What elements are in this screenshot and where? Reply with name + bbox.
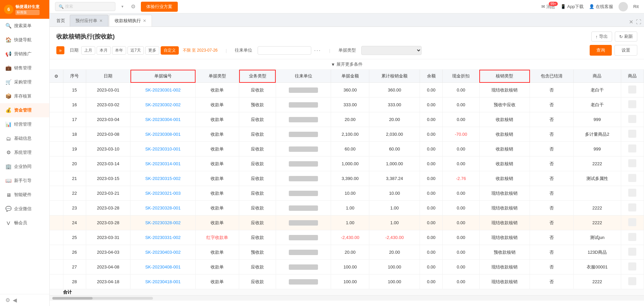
doc-no-link[interactable]: SK-20230301-002 [145, 87, 181, 93]
doc-no-link[interactable]: SK-20230314-001 [145, 161, 181, 166]
td-doc-no[interactable]: SK-20230408-001 [130, 260, 196, 274]
this-month-btn[interactable]: 本月 [97, 46, 111, 55]
td-goods2 [621, 201, 644, 216]
counterpart-input[interactable] [258, 46, 311, 55]
td-doc-no[interactable]: SK-20230328-002 [130, 216, 196, 230]
export-button[interactable]: ↑ 导出 [591, 32, 612, 42]
topbar-gear-icon[interactable]: ⚙ [131, 3, 136, 10]
td-doc-no[interactable]: SK-20230308-001 [130, 127, 196, 142]
th-amount: 单据金额 [331, 70, 369, 83]
horizontal-scrollbar[interactable] [52, 297, 153, 300]
sidebar-item-sales[interactable]: 💼 销售管理 [0, 61, 49, 75]
td-date: 2023-04-18 [86, 274, 130, 289]
user-avatar[interactable] [619, 2, 628, 11]
td-doc-no[interactable]: SK-20230328-001 [130, 201, 196, 216]
sidebar-item-marketing[interactable]: 📢 营销推广 [0, 47, 49, 61]
app-download-button[interactable]: 📱 App下载 [560, 4, 584, 10]
sidebar-item-member[interactable]: V 畅会员 [0, 216, 49, 230]
doc-no-link[interactable]: SK-20230302-002 [145, 102, 181, 107]
tab-home[interactable]: 首页 [52, 15, 69, 26]
td-doc-no[interactable]: SK-20230321-003 [130, 186, 196, 201]
refresh-button[interactable]: ↻ 刷新 [615, 32, 637, 42]
doc-no-link[interactable]: SK-20230331-002 [145, 235, 181, 240]
td-doc-no[interactable]: SK-20230304-001 [130, 112, 196, 127]
sidebar-item-label: 新手引导 [14, 178, 32, 184]
td-doc-no[interactable]: SK-20230418-001 [130, 274, 196, 289]
system-icon: ⚙ [5, 149, 11, 156]
settings-bottom-icon[interactable]: ⚙ [5, 297, 10, 303]
sidebar-item-corp[interactable]: 🏢 企业协同 [0, 160, 49, 174]
prepay-tab-close[interactable]: ✕ [99, 18, 103, 23]
this-year-btn[interactable]: 本年 [112, 46, 126, 55]
scrollbar-thumb[interactable] [52, 297, 93, 300]
table-scrollbar-area[interactable] [50, 295, 644, 301]
topbar-search-box[interactable]: 🔍 搜索 [55, 2, 115, 11]
td-doc-no[interactable]: SK-20230302-002 [130, 98, 196, 112]
sales-icon: 💼 [5, 65, 11, 71]
td-doc-no[interactable]: SK-20230301-002 [130, 83, 196, 98]
dots-icon[interactable]: ··· [314, 47, 321, 54]
last-7days-btn[interactable]: 近7天 [127, 46, 144, 55]
setting-button[interactable]: 设置 [614, 45, 637, 56]
sidebar-item-shortcut[interactable]: 🏠 快捷导航 [0, 33, 49, 47]
sidebar-item-basic[interactable]: 🗂 基础信息 [0, 131, 49, 145]
doc-no-link[interactable]: SK-20230418-001 [145, 279, 181, 284]
table-container[interactable]: ⚙ 序号 日期 单据编号 单据类型 业务类型 往来单位 单据金额 累计核销金额 … [50, 70, 644, 306]
td-biz-type: 预收款 [239, 98, 276, 112]
service-button[interactable]: 👤 在线客服 [589, 4, 613, 10]
sidebar-item-search[interactable]: 🔍 搜索菜单 [0, 19, 49, 33]
td-doc-no[interactable]: SK-20230331-002 [130, 230, 196, 245]
sidebar-item-label: 营销推广 [14, 51, 32, 57]
sidebar-item-purchase[interactable]: 🛒 采购管理 [0, 75, 49, 89]
doc-no-link[interactable]: SK-20230315-002 [145, 176, 181, 181]
sidebar-item-label: 搜索菜单 [14, 23, 32, 29]
more-date-btn[interactable]: 更多 [145, 46, 159, 55]
sidebar-item-business[interactable]: 📊 经营管理 [0, 117, 49, 131]
doc-no-link[interactable]: SK-20230408-001 [145, 264, 181, 269]
td-doc-no[interactable]: SK-20230310-001 [130, 142, 196, 157]
doc-no-link[interactable]: SK-20230310-001 [145, 146, 181, 151]
td-has-settled: 否 [530, 201, 574, 216]
table-row: 242023-03-28SK-20230328-002收款单应收款██████1… [50, 216, 644, 230]
tab-collect[interactable]: 收款核销执行 ✕ [109, 15, 152, 26]
collapse-icon[interactable]: ◀ [13, 297, 17, 303]
topbar-dropdown-icon[interactable]: ▼ [121, 5, 124, 8]
sidebar-item-system[interactable]: ⚙ 系统管理 [0, 145, 49, 160]
separator1: | [226, 48, 227, 53]
receipt-type-select[interactable] [361, 46, 422, 55]
td-biz-type: 应收款 [239, 157, 276, 171]
th-verify-type: 核销类型 [479, 70, 530, 83]
doc-no-link[interactable]: SK-20230321-003 [145, 191, 181, 196]
doc-no-link[interactable]: SK-20230403-002 [145, 250, 181, 255]
expand-more-button[interactable]: ▼ 展开更多条件 [331, 61, 363, 67]
filter-toggle-button[interactable]: » [56, 46, 64, 54]
doc-no-link[interactable]: SK-20230308-001 [145, 132, 181, 137]
query-button[interactable]: 查询 [590, 45, 612, 56]
sidebar-item-inventory[interactable]: 📦 库存核算 [0, 89, 49, 103]
doc-no-link[interactable]: SK-20230328-001 [145, 205, 181, 210]
message-button[interactable]: ✉ 消息 99+ [541, 4, 555, 10]
th-settings[interactable]: ⚙ [50, 70, 63, 83]
tab-prepay[interactable]: 预付应付单 ✕ [70, 15, 108, 26]
close-tab-icon[interactable]: ✕ [629, 19, 633, 25]
fullscreen-icon[interactable]: ⛶ [636, 19, 641, 25]
td-doc-no[interactable]: SK-20230403-002 [130, 245, 196, 260]
solution-button[interactable]: 体验行业方案 [141, 2, 178, 12]
doc-no-link[interactable]: SK-20230304-001 [145, 117, 181, 122]
td-has-settled: 否 [530, 245, 574, 260]
th-goods2: 商品 [621, 70, 644, 83]
sidebar-item-guide[interactable]: 📖 新手引导 [0, 174, 49, 188]
sidebar-item-wechat[interactable]: 💬 企业微信 [0, 202, 49, 216]
last-month-btn[interactable]: 上月 [81, 46, 95, 55]
table-row: 152023-03-01SK-20230301-002收款单应收款██████3… [50, 83, 644, 98]
sidebar-item-finance[interactable]: 💰 资金管理 [0, 103, 49, 117]
td-no: 23 [63, 201, 86, 216]
sidebar-item-hardware[interactable]: 🖥 智能硬件 [0, 188, 49, 202]
td-doc-no[interactable]: SK-20230314-001 [130, 157, 196, 171]
td-doc-no[interactable]: SK-20230315-002 [130, 171, 196, 186]
custom-date-btn[interactable]: 自定义 [161, 46, 179, 55]
collect-tab-close[interactable]: ✕ [143, 18, 146, 23]
td-settings [50, 216, 63, 230]
doc-no-link[interactable]: SK-20230328-002 [145, 220, 181, 225]
sidebar-item-label: 基础信息 [14, 135, 32, 141]
